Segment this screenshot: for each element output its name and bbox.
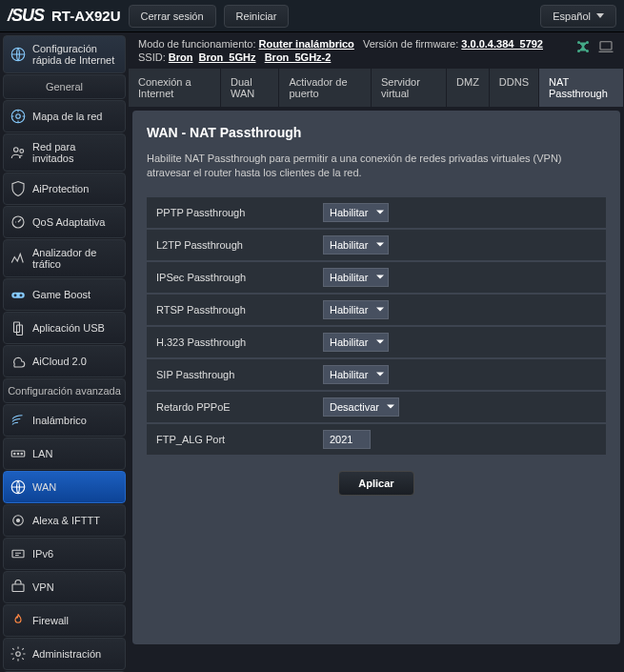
sidebar-item-wireless[interactable]: Inalámbrico [3, 404, 126, 437]
sidebar-item-aiprotection[interactable]: AiProtection [3, 173, 126, 205]
setting-row: SIP PassthroughHabilitar [147, 359, 606, 390]
lan-icon [10, 445, 27, 462]
wireless-icon [10, 412, 27, 429]
svg-rect-19 [12, 584, 24, 592]
svg-rect-18 [12, 550, 24, 558]
setting-select-3[interactable]: Habilitar [323, 300, 389, 319]
tab-conexión-a-internet[interactable]: Conexión a Internet [129, 69, 221, 107]
setting-row: FTP_ALG Port [147, 424, 606, 455]
page-description: Habilite NAT Passthrough para permitir a… [147, 152, 606, 181]
svg-point-12 [14, 453, 16, 455]
setting-label: H.323 Passthrough [147, 327, 313, 357]
setting-row: RTSP PassthroughHabilitar [147, 295, 606, 325]
setting-row: H.323 PassthroughHabilitar [147, 327, 606, 357]
svg-rect-27 [600, 42, 612, 50]
sidebar-item-network-map[interactable]: Mapa de la red [3, 100, 126, 132]
tab-nat-passthrough[interactable]: NAT Passthrough [539, 69, 624, 107]
setting-label: SIP Passthrough [147, 359, 313, 390]
aiprotection-icon [10, 180, 27, 197]
sidebar-item-wan[interactable]: WAN [3, 471, 126, 503]
setting-label: PPTP Passthrough [147, 197, 313, 228]
tab-dual-wan[interactable]: Dual WAN [221, 69, 279, 107]
firewall-icon [10, 612, 27, 629]
administration-icon [10, 645, 27, 662]
ssid-link-2[interactable]: Bron_5GHz [199, 51, 256, 63]
settings-table: PPTP PassthroughHabilitarL2TP Passthroug… [147, 195, 606, 457]
mesh-icon[interactable] [574, 38, 592, 55]
sidebar-item-lan[interactable]: LAN [3, 438, 126, 470]
logout-button[interactable]: Cerrar sesión [129, 5, 216, 28]
globe-icon [10, 46, 27, 63]
setting-row: IPSec PassthroughHabilitar [147, 262, 606, 293]
game-boost-icon [10, 286, 27, 303]
setting-label: L2TP Passthrough [147, 230, 313, 260]
tab-servidor-virtual[interactable]: Servidor virtual [372, 69, 447, 107]
svg-point-3 [14, 148, 19, 153]
mode-link[interactable]: Router inalámbrico [259, 38, 354, 50]
svg-point-13 [17, 453, 19, 455]
sidebar-item-administration[interactable]: Administración [3, 638, 126, 670]
svg-point-17 [17, 519, 20, 522]
svg-point-4 [20, 150, 24, 153]
traffic-analyzer-icon [10, 250, 27, 267]
setting-label: IPSec Passthrough [147, 262, 313, 293]
svg-point-7 [14, 294, 17, 296]
sidebar-item-traffic-analyzer[interactable]: Analizador de tráfico [3, 239, 126, 277]
guest-network-icon [10, 144, 27, 161]
sidebar-item-alexa-ifttt[interactable]: Alexa & IFTTT [3, 504, 126, 537]
svg-point-2 [16, 114, 21, 119]
apply-button[interactable]: Aplicar [338, 471, 413, 496]
chevron-down-icon [596, 13, 604, 22]
sidebar-item-firewall[interactable]: Firewall [3, 604, 126, 637]
reboot-button[interactable]: Reiniciar [224, 5, 290, 28]
setting-select-6[interactable]: Desactivar [323, 397, 399, 417]
ssid-link-3[interactable]: Bron_5GHz-2 [265, 51, 332, 63]
tab-ddns[interactable]: DDNS [490, 69, 539, 107]
aicloud-icon [10, 353, 27, 370]
svg-point-20 [16, 652, 21, 657]
sidebar-item-guest-network[interactable]: Red para invitados [3, 133, 126, 172]
model-name: RT-AX92U [51, 8, 121, 24]
alexa-ifttt-icon [10, 512, 27, 529]
setting-label: Retardo PPPoE [147, 392, 313, 422]
svg-point-14 [21, 453, 23, 455]
sidebar-section-advanced: Configuración avanzada [3, 378, 126, 403]
setting-row: PPTP PassthroughHabilitar [147, 197, 606, 228]
laptop-icon[interactable] [597, 38, 614, 55]
firmware-link[interactable]: 3.0.0.4.384_5792 [461, 38, 543, 50]
sidebar-item-usb-app[interactable]: Aplicación USB [3, 312, 126, 344]
info-bar: Modo de funcionamiento: Router inalámbri… [129, 32, 624, 69]
brand-logo: /SUS [8, 6, 44, 26]
sidebar-item-aicloud[interactable]: AiCloud 2.0 [3, 345, 126, 377]
ssid-link-1[interactable]: Bron [169, 51, 193, 63]
setting-label: RTSP Passthrough [147, 295, 313, 325]
sidebar-item-game-boost[interactable]: Game Boost [3, 278, 126, 311]
svg-point-8 [20, 294, 23, 296]
sidebar-section-general: General [3, 74, 126, 99]
wan-icon [10, 479, 27, 496]
svg-rect-6 [11, 293, 25, 298]
network-map-icon [10, 108, 27, 125]
sidebar-item-quick-internet[interactable]: Configuración rápida de Internet [3, 35, 126, 73]
tab-activador-de-puerto[interactable]: Activador de puerto [279, 69, 372, 107]
setting-row: Retardo PPPoEDesactivar [147, 392, 606, 422]
ftp-port-input[interactable] [323, 430, 371, 449]
sidebar-item-ipv6[interactable]: IPv6 [3, 538, 126, 570]
sidebar-item-adaptive-qos[interactable]: QoS Adaptativa [3, 206, 126, 238]
setting-select-0[interactable]: Habilitar [323, 203, 389, 222]
main-content: Modo de funcionamiento: Router inalámbri… [129, 32, 624, 672]
page-title: WAN - NAT Passthrough [147, 125, 606, 140]
ipv6-icon [10, 545, 27, 562]
tabs: Conexión a InternetDual WANActivador de … [129, 69, 624, 107]
setting-select-2[interactable]: Habilitar [323, 268, 389, 287]
setting-select-4[interactable]: Habilitar [323, 333, 389, 352]
sidebar-item-vpn[interactable]: VPN [3, 571, 126, 603]
setting-select-5[interactable]: Habilitar [323, 365, 389, 384]
vpn-icon [10, 579, 27, 596]
usb-app-icon [10, 319, 27, 336]
setting-row: L2TP PassthroughHabilitar [147, 230, 606, 260]
language-button[interactable]: Español [540, 5, 616, 28]
adaptive-qos-icon [10, 214, 27, 231]
setting-select-1[interactable]: Habilitar [323, 235, 389, 255]
tab-dmz[interactable]: DMZ [447, 69, 490, 107]
